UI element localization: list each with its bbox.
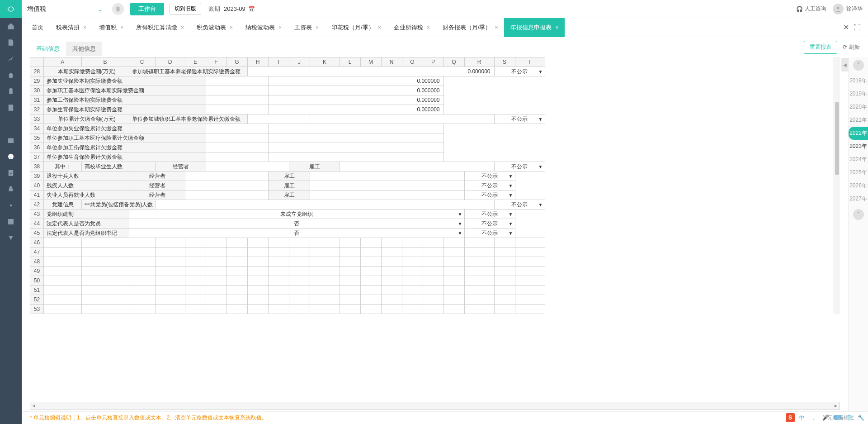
- tab-2[interactable]: 增值税×: [93, 18, 130, 37]
- data-cell[interactable]: [423, 267, 443, 276]
- data-cell[interactable]: [247, 114, 310, 124]
- dropdown-cell[interactable]: 不公示▼: [464, 210, 515, 219]
- data-cell[interactable]: [402, 286, 423, 295]
- col-header[interactable]: L: [340, 57, 360, 67]
- data-cell[interactable]: [206, 276, 226, 286]
- data-cell[interactable]: [44, 248, 82, 257]
- data-cell[interactable]: [247, 305, 268, 314]
- data-cell[interactable]: [515, 295, 545, 305]
- ime-s-icon[interactable]: S: [786, 413, 795, 422]
- calendar-icon[interactable]: 📅: [248, 6, 255, 12]
- user-menu[interactable]: 徐泽华: [833, 4, 863, 14]
- refresh-button[interactable]: ⟳ 刷新: [843, 43, 860, 51]
- year-up-icon[interactable]: ˄: [853, 60, 864, 71]
- data-cell[interactable]: [402, 305, 423, 314]
- row-header[interactable]: 48: [30, 257, 44, 267]
- data-cell[interactable]: [247, 295, 268, 305]
- data-cell[interactable]: [464, 305, 494, 314]
- row-header[interactable]: 42: [30, 200, 44, 210]
- data-cell[interactable]: [206, 105, 268, 114]
- data-cell[interactable]: [310, 181, 464, 191]
- data-cell[interactable]: [360, 238, 381, 248]
- year-2025年[interactable]: 2025年: [849, 166, 868, 179]
- data-cell[interactable]: [206, 286, 226, 295]
- data-cell[interactable]: [310, 286, 340, 295]
- data-cell[interactable]: [494, 276, 515, 286]
- data-cell[interactable]: [226, 276, 247, 286]
- data-cell[interactable]: [381, 295, 402, 305]
- close-icon[interactable]: ×: [181, 24, 184, 31]
- data-cell[interactable]: [206, 143, 268, 152]
- data-cell[interactable]: [155, 276, 185, 286]
- data-cell[interactable]: [81, 267, 129, 276]
- data-cell[interactable]: [44, 257, 82, 267]
- col-header[interactable]: N: [381, 57, 402, 67]
- nav-doc-icon[interactable]: [0, 34, 22, 51]
- row-header[interactable]: 36: [30, 143, 44, 152]
- data-cell[interactable]: [44, 305, 82, 314]
- scroll-left-icon[interactable]: ◄: [30, 403, 38, 408]
- dropdown-cell[interactable]: 不公示▼: [494, 114, 545, 124]
- data-cell[interactable]: [340, 248, 360, 257]
- data-cell[interactable]: [423, 295, 443, 305]
- data-cell[interactable]: [423, 238, 443, 248]
- dropdown-cell[interactable]: 不公示▼: [464, 219, 515, 229]
- horizontal-scrollbar[interactable]: ◄ ►: [30, 402, 840, 410]
- data-cell[interactable]: [289, 257, 310, 267]
- dropdown-cell[interactable]: 不公示▼: [494, 162, 545, 172]
- data-cell[interactable]: [340, 162, 494, 172]
- data-cell[interactable]: [206, 76, 268, 86]
- data-cell[interactable]: [268, 143, 443, 152]
- data-cell[interactable]: [226, 257, 247, 267]
- data-cell[interactable]: [340, 238, 360, 248]
- nav-face-icon[interactable]: [0, 148, 22, 165]
- data-cell[interactable]: [464, 276, 494, 286]
- data-cell[interactable]: [268, 257, 289, 267]
- ime-skin-icon[interactable]: 👕: [844, 413, 854, 422]
- close-icon[interactable]: ×: [555, 24, 558, 31]
- data-cell[interactable]: [247, 286, 268, 295]
- dropdown-cell[interactable]: 否▼: [129, 229, 464, 238]
- tab-9[interactable]: 财务报表（月/季）×: [436, 18, 505, 37]
- data-cell[interactable]: [464, 295, 494, 305]
- data-cell[interactable]: [185, 305, 206, 314]
- tab-3[interactable]: 所得税汇算清缴×: [130, 18, 190, 37]
- row-header[interactable]: 44: [30, 219, 44, 229]
- data-cell[interactable]: [515, 257, 545, 267]
- data-cell[interactable]: [206, 133, 268, 143]
- data-cell[interactable]: [360, 305, 381, 314]
- data-cell[interactable]: [289, 295, 310, 305]
- ime-kbd-icon[interactable]: ⌨: [833, 413, 842, 422]
- data-cell[interactable]: [81, 238, 129, 248]
- data-cell[interactable]: [360, 286, 381, 295]
- data-cell[interactable]: [206, 257, 226, 267]
- data-cell[interactable]: 0.000000: [268, 95, 443, 105]
- data-cell[interactable]: [423, 257, 443, 267]
- data-cell[interactable]: [310, 276, 340, 286]
- data-cell[interactable]: [443, 238, 464, 248]
- vertical-scrollbar[interactable]: [834, 57, 840, 314]
- col-header[interactable]: E: [185, 57, 206, 67]
- close-icon[interactable]: ×: [120, 24, 123, 31]
- data-cell[interactable]: [268, 305, 289, 314]
- data-cell[interactable]: [247, 267, 268, 276]
- row-header[interactable]: 29: [30, 76, 44, 86]
- data-cell[interactable]: [494, 305, 515, 314]
- data-cell[interactable]: [129, 295, 155, 305]
- tab-8[interactable]: 企业所得税×: [387, 18, 436, 37]
- data-cell[interactable]: [129, 286, 155, 295]
- data-cell[interactable]: [402, 248, 423, 257]
- data-cell[interactable]: [289, 276, 310, 286]
- row-header[interactable]: 39: [30, 172, 44, 181]
- data-cell[interactable]: [360, 276, 381, 286]
- data-cell[interactable]: [289, 286, 310, 295]
- close-all-tabs-icon[interactable]: ✕: [843, 23, 849, 32]
- app-logo[interactable]: [0, 0, 22, 18]
- data-cell[interactable]: [494, 286, 515, 295]
- data-cell[interactable]: [155, 248, 185, 257]
- data-cell[interactable]: [155, 257, 185, 267]
- tab-5[interactable]: 纳税波动表×: [239, 18, 288, 37]
- data-cell[interactable]: [310, 305, 340, 314]
- data-cell[interactable]: [206, 162, 289, 172]
- data-cell[interactable]: 0.000000: [268, 86, 443, 95]
